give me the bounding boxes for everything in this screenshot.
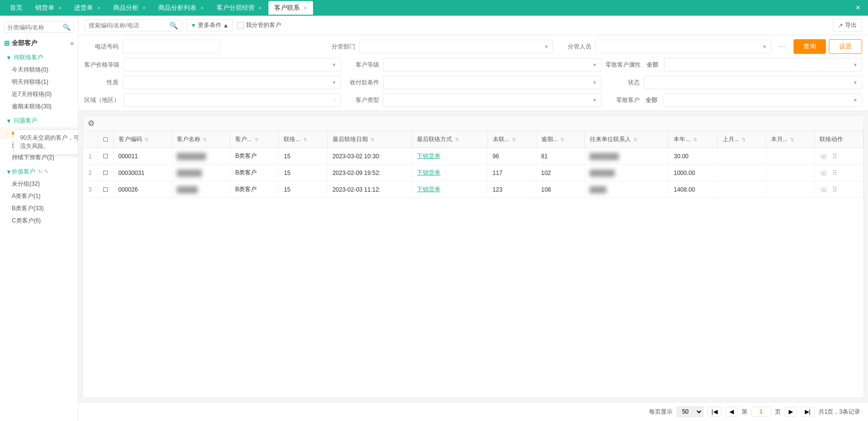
nav-home[interactable]: 首页 xyxy=(4,3,28,12)
select-customer-level[interactable]: ▼ xyxy=(383,58,602,72)
filter-dept: 分管部门 ▼ xyxy=(321,40,554,53)
th-num xyxy=(83,131,97,148)
td-checkbox[interactable]: ☐ xyxy=(97,148,113,165)
sidebar-item-7days[interactable]: 近7天待联络(0) xyxy=(0,88,78,100)
export-button[interactable]: ↗ 导出 xyxy=(833,19,862,32)
arrow-down-icon2: ▼ xyxy=(6,118,12,124)
checkbox-icon xyxy=(237,22,244,29)
first-page-button[interactable]: |◀ xyxy=(707,407,721,417)
close-tab-sales[interactable]: × xyxy=(58,5,61,11)
th-this-year[interactable]: 本年... ⇅ xyxy=(669,131,717,148)
th-checkbox[interactable]: ☐ xyxy=(97,131,113,148)
sidebar-search-input[interactable] xyxy=(7,24,63,31)
table-settings-icon[interactable]: ⚙ xyxy=(88,119,95,128)
nav-tab-purchase[interactable]: 进货单 × xyxy=(68,1,106,15)
per-page-select[interactable]: 50 100 xyxy=(676,406,703,417)
th-last-contact-method[interactable]: 最后联络方式 ⇅ xyxy=(412,131,487,148)
top-nav: 首页 销货单 × 进货单 × 商品分析 × 商品分析列表 × 客户分层经营 × … xyxy=(0,0,868,16)
close-tab-customer-tier[interactable]: × xyxy=(259,5,262,11)
sidebar-collapse-button[interactable]: « xyxy=(70,39,74,47)
header-checkbox[interactable]: ☐ xyxy=(103,136,108,143)
prev-page-button[interactable]: ◀ xyxy=(725,407,738,417)
nav-tab-analysis[interactable]: 商品分析 × xyxy=(107,1,151,15)
grid-icon: ⊞ xyxy=(4,39,10,47)
td-last-contact-method[interactable]: 下销货单 xyxy=(412,148,487,165)
sidebar-group-problem-title[interactable]: ▼ 问题客户 xyxy=(0,115,78,127)
action-more-icon[interactable]: ⠿ xyxy=(832,152,837,160)
select-nature[interactable]: ▼ xyxy=(122,75,341,89)
close-tab-purchase[interactable]: × xyxy=(97,5,100,11)
action-contact-icon[interactable]: ☏ xyxy=(820,186,828,194)
refresh-icon[interactable]: ↻ xyxy=(38,169,43,175)
sidebar-root[interactable]: ⊞ 全部客户 « xyxy=(0,37,78,50)
action-more-icon[interactable]: ⠿ xyxy=(832,186,837,194)
last-page-button[interactable]: ▶| xyxy=(801,407,815,417)
th-overdue[interactable]: 逾期... ⇅ xyxy=(536,131,584,148)
chevron-down-icon9: ··· xyxy=(333,98,337,103)
td-uncontacted: 117 xyxy=(487,165,536,181)
th-uncontacted[interactable]: 未联... ⇅ xyxy=(487,131,536,148)
input-phone[interactable] xyxy=(122,40,220,53)
close-tab-customer-contact[interactable]: × xyxy=(304,5,307,11)
select-status[interactable]: ▼ xyxy=(644,75,862,89)
sidebar-item-ungrouped[interactable]: 未分组(32) xyxy=(0,178,78,190)
next-page-button[interactable]: ▶ xyxy=(785,407,797,417)
th-this-month[interactable]: 本月... ⇅ xyxy=(766,131,814,148)
chevron-down-icon3: ▼ xyxy=(332,62,337,68)
edit-icon[interactable]: ✎ xyxy=(44,169,48,175)
th-code[interactable]: 客户编码 ⇅ xyxy=(113,131,171,148)
sidebar-item-class-c[interactable]: C类客户(6) xyxy=(0,215,78,227)
td-last-contact-method[interactable]: 下销货单 xyxy=(412,165,487,181)
td-checkbox[interactable]: ☐ xyxy=(97,165,113,181)
retail-attr-value: 全部 xyxy=(647,61,658,69)
search-button[interactable]: 🔍 xyxy=(169,22,178,29)
select-payment[interactable]: ▼ xyxy=(383,75,602,89)
table-row: 3 ☐ 000026 █████ B类客户 15 2023-02-03 11:1… xyxy=(83,181,864,198)
select-region[interactable]: ··· xyxy=(123,93,341,107)
more-icon[interactable]: ··· xyxy=(775,42,790,51)
nav-tab-sales[interactable]: 销货单 × xyxy=(29,1,67,15)
th-last-contact-date[interactable]: 最后联络日期 ⇅ xyxy=(327,131,412,148)
sidebar-item-today[interactable]: 今天待联络(0) xyxy=(0,64,78,76)
th-last-month[interactable]: 上月... ⇅ xyxy=(717,131,766,148)
select-retail-attr[interactable]: ▼ xyxy=(664,58,862,72)
sort-icon-code: ⇅ xyxy=(145,137,148,142)
nav-tab-analysis-list[interactable]: 商品分析列表 × xyxy=(152,1,209,15)
td-uncontacted: 96 xyxy=(487,148,536,165)
th-name[interactable]: 客户名称 ⇅ xyxy=(171,131,230,148)
settings-button[interactable]: 设置 xyxy=(829,39,862,54)
sidebar-group-pending-title[interactable]: ▼ 待联络客户 xyxy=(0,51,78,64)
select-retail-customer[interactable]: ▼ xyxy=(663,93,862,107)
close-tab-analysis-list[interactable]: × xyxy=(200,5,203,11)
close-tab-analysis[interactable]: × xyxy=(143,5,145,11)
td-code: 000026 xyxy=(113,181,171,198)
select-price-level[interactable]: ▼ xyxy=(123,58,341,72)
select-dept[interactable]: ▼ xyxy=(359,40,554,53)
action-contact-icon[interactable]: ☏ xyxy=(820,152,828,160)
td-last-contact-date: 2023-02-09 19:52: xyxy=(327,165,412,181)
th-contact[interactable]: 联络... ⇅ xyxy=(279,131,327,148)
action-more-icon[interactable]: ⠿ xyxy=(832,169,837,177)
sidebar-group-value-title[interactable]: ▼ 价值客户 ↻ ✎ xyxy=(0,166,78,178)
close-all-button[interactable]: × xyxy=(852,3,864,12)
search-input[interactable] xyxy=(89,22,168,29)
sidebar-item-class-b[interactable]: B类客户(33) xyxy=(0,202,78,215)
more-conditions-button[interactable]: ▼ 更多条件 ▲ xyxy=(186,19,233,31)
sidebar-item-overdue[interactable]: 逾期未联络(30) xyxy=(0,100,78,113)
th-unit-contact[interactable]: 往来单位联系人 ⇅ xyxy=(584,131,669,148)
select-customer-type[interactable]: ▼ xyxy=(383,93,602,107)
th-actions: 联络动作 xyxy=(814,131,863,148)
sort-icon-lmonth: ⇅ xyxy=(742,137,746,142)
my-customers-checkbox[interactable]: 我分管的客户 xyxy=(237,21,281,29)
sidebar-item-tomorrow[interactable]: 明天待联络(1) xyxy=(0,76,78,88)
select-manager[interactable]: ▼ xyxy=(595,40,771,53)
action-contact-icon[interactable]: ☏ xyxy=(820,169,828,177)
th-type[interactable]: 客户... ⇅ xyxy=(230,131,279,148)
sidebar-item-class-a[interactable]: A类客户(1) xyxy=(0,190,78,202)
nav-tab-customer-contact[interactable]: 客户联系 × xyxy=(268,1,313,15)
nav-tab-customer-tier[interactable]: 客户分层经营 × xyxy=(211,1,267,15)
td-last-contact-method[interactable]: 下销货单 xyxy=(412,181,487,198)
query-button[interactable]: 查询 xyxy=(794,39,826,54)
td-checkbox[interactable]: ☐ xyxy=(97,181,113,198)
page-number-input[interactable] xyxy=(751,407,771,417)
